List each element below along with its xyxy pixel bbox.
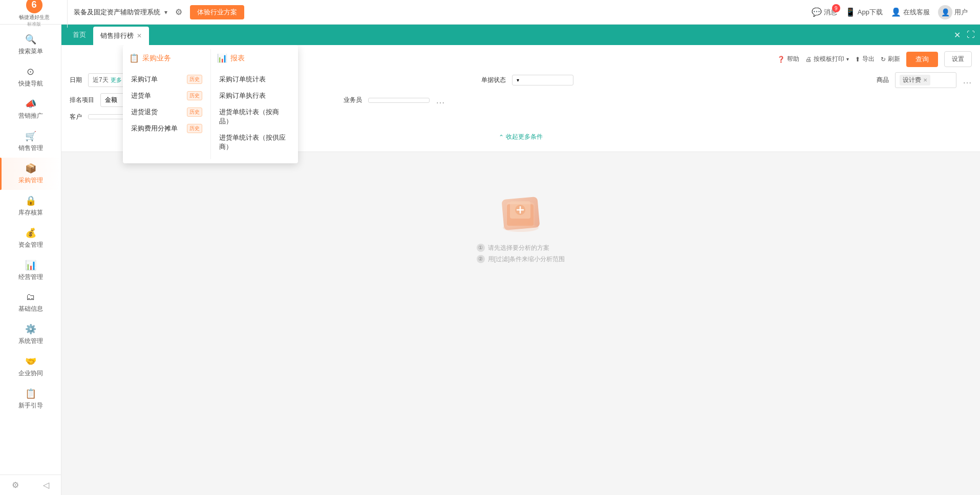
- goods-tag: 设计费 ✕: [900, 75, 930, 85]
- export-btn[interactable]: ⬆ 导出: [855, 55, 875, 63]
- empty-state: ① 请先选择要分析的方案 ② 用[过滤]条件来缩小分析范围: [61, 152, 980, 306]
- sidebar-item-system[interactable]: ⚙️ 系统管理: [0, 318, 61, 351]
- tab-sales-ranking-label: 销售排行榜: [100, 31, 134, 40]
- help-btn[interactable]: ❓ 帮助: [777, 55, 799, 63]
- search-icon: 🔍: [25, 34, 36, 45]
- salesperson-label: 业务员: [344, 96, 362, 104]
- sidebar: 🔍 搜索菜单 ⊙ 快捷导航 📣 营销推广 🛒 销售管理 📦 采购管理 🔒 库存核…: [0, 25, 61, 495]
- tab-close-icon[interactable]: ✕: [137, 32, 142, 39]
- menu-item-order-stats[interactable]: 采购订单统计表: [217, 71, 292, 88]
- logo-text: 畅捷通好生意: [19, 14, 50, 21]
- user-action[interactable]: 👤 用户: [938, 5, 968, 19]
- help-icon: ❓: [777, 56, 785, 63]
- logo-icon: 6: [26, 0, 42, 13]
- salesperson-dots[interactable]: …: [436, 96, 445, 105]
- sidebar-item-label-guide: 新手引导: [18, 401, 43, 410]
- salesperson-select[interactable]: [368, 98, 430, 103]
- sidebar-item-sales[interactable]: 🛒 销售管理: [0, 125, 61, 158]
- main-layout: 🔍 搜索菜单 ⊙ 快捷导航 📣 营销推广 🛒 销售管理 📦 采购管理 🔒 库存核…: [0, 25, 980, 495]
- dropdown-arrow-icon[interactable]: ▾: [164, 9, 167, 16]
- sidebar-item-label-sales: 销售管理: [18, 144, 43, 153]
- date-more-link[interactable]: 更多: [111, 76, 122, 84]
- purchase-col: 📋 采购业务 采购订单 历史 进货单 历史 进货退货 历史: [123, 49, 210, 159]
- tab-home[interactable]: 首页: [66, 25, 93, 45]
- message-icon: 💬: [812, 7, 822, 17]
- empty-tip-1: ① 请先选择要分析的方案: [477, 242, 565, 253]
- guide-icon: 📋: [25, 388, 36, 399]
- tip-num-2: ②: [477, 255, 485, 263]
- print-icon: 🖨: [805, 56, 812, 63]
- report-col-title: 📊 报表: [217, 53, 292, 66]
- sidebar-item-purchase[interactable]: 📦 采购管理: [0, 158, 61, 190]
- incoming-history-badge: 历史: [187, 91, 202, 100]
- tip-text-1: 请先选择要分析的方案: [488, 242, 549, 253]
- return-history-badge: 历史: [187, 107, 202, 117]
- goods-more-dots[interactable]: …: [963, 76, 972, 85]
- goods-tag-text: 设计费: [903, 76, 921, 84]
- empty-tip-2: ② 用[过滤]条件来缩小分析范围: [477, 253, 565, 265]
- doc-status-select[interactable]: ▾: [512, 75, 573, 85]
- sidebar-item-marketing[interactable]: 📣 营销推广: [0, 93, 61, 125]
- purchase-col-title-text: 采购业务: [142, 54, 171, 63]
- sidebar-item-inventory[interactable]: 🔒 库存核算: [0, 190, 61, 222]
- query-btn[interactable]: 查询: [906, 52, 938, 67]
- purchase-order-history-badge: 历史: [187, 75, 202, 84]
- sidebar-collapse-btn[interactable]: ◁: [43, 480, 49, 490]
- rank-value: 金额: [105, 96, 117, 104]
- menu-item-incoming-supplier[interactable]: 进货单统计表（按供应商）: [217, 130, 292, 155]
- collapse-btn[interactable]: ⌃ 收起更多条件: [499, 128, 543, 145]
- inventory-icon: 🔒: [25, 195, 36, 206]
- logo-badge: 标准版: [27, 21, 41, 28]
- set-btn[interactable]: 设置: [944, 51, 972, 67]
- service-label: 在线客服: [903, 8, 930, 17]
- sidebar-item-operation[interactable]: 📊 经营管理: [0, 254, 61, 287]
- incoming-supplier-label: 进货单统计表（按供应商）: [219, 133, 290, 152]
- message-action[interactable]: 💬 消息 9: [812, 7, 837, 17]
- tab-sales-ranking[interactable]: 销售排行榜 ✕: [93, 27, 149, 45]
- sidebar-settings-btn[interactable]: ⚙: [12, 480, 19, 490]
- menu-item-purchase-cost[interactable]: 采购费用分摊单 历史: [129, 120, 204, 137]
- online-service-action[interactable]: 👤 在线客服: [891, 7, 930, 17]
- user-label: 用户: [954, 8, 968, 17]
- report-col: 📊 报表 采购订单统计表 采购订单执行表 进货单统计表（按商品） 进货单统计表（…: [210, 49, 299, 159]
- menu-item-incoming-goods[interactable]: 进货单统计表（按商品）: [217, 104, 292, 130]
- sidebar-item-enterprise[interactable]: 🤝 企业协同: [0, 351, 61, 383]
- menu-item-purchase-order[interactable]: 采购订单 历史: [129, 71, 204, 88]
- sidebar-item-basic[interactable]: 🗂 基础信息: [0, 287, 61, 318]
- empty-tips: ① 请先选择要分析的方案 ② 用[过滤]条件来缩小分析范围: [477, 242, 565, 265]
- sales-icon: 🛒: [25, 131, 36, 142]
- tab-bar-maximize-btn[interactable]: ⛶: [966, 29, 976, 40]
- purchase-cost-history-badge: 历史: [187, 124, 202, 133]
- menu-item-order-exec[interactable]: 采购订单执行表: [217, 88, 292, 104]
- sidebar-item-guide[interactable]: 📋 新手引导: [0, 383, 61, 415]
- doc-status-dropdown-icon: ▾: [517, 77, 519, 83]
- goods-select[interactable]: 设计费 ✕: [895, 72, 956, 88]
- menu-item-incoming[interactable]: 进货单 历史: [129, 88, 204, 104]
- empty-svg: [498, 193, 544, 234]
- refresh-icon: ↻: [881, 56, 886, 63]
- sidebar-item-label-search: 搜索菜单: [18, 47, 43, 56]
- settings-btn[interactable]: ⚙: [172, 5, 186, 19]
- app-download-action[interactable]: 📱 App下载: [845, 7, 883, 17]
- purchase-col-title: 📋 采购业务: [129, 53, 204, 66]
- menu-item-return[interactable]: 进货退货 历史: [129, 104, 204, 120]
- rank-label: 排名项目: [70, 96, 94, 104]
- sidebar-item-search[interactable]: 🔍 搜索菜单: [0, 29, 61, 61]
- basic-icon: 🗂: [26, 292, 35, 303]
- industry-btn[interactable]: 体验行业方案: [190, 5, 244, 19]
- date-preset-value: 近7天: [93, 76, 109, 84]
- return-label: 进货退货: [131, 107, 158, 117]
- tip-num-1: ①: [477, 244, 485, 252]
- report-col-title-text: 报表: [230, 54, 245, 63]
- order-stats-label: 采购订单统计表: [219, 75, 266, 84]
- print-label: 按模板打印: [814, 55, 844, 63]
- incoming-label: 进货单: [131, 91, 151, 100]
- refresh-btn[interactable]: ↻ 刷新: [881, 55, 900, 63]
- purchase-icon: 📦: [25, 163, 36, 174]
- tab-bar-close-btn[interactable]: ✕: [953, 29, 962, 41]
- sidebar-item-finance[interactable]: 💰 资金管理: [0, 222, 61, 254]
- print-btn[interactable]: 🖨 按模板打印 ▾: [805, 55, 849, 63]
- goods-tag-close[interactable]: ✕: [923, 77, 927, 83]
- sidebar-item-quick[interactable]: ⊙ 快捷导航: [0, 61, 61, 93]
- sidebar-item-label-enterprise: 企业协同: [18, 369, 43, 378]
